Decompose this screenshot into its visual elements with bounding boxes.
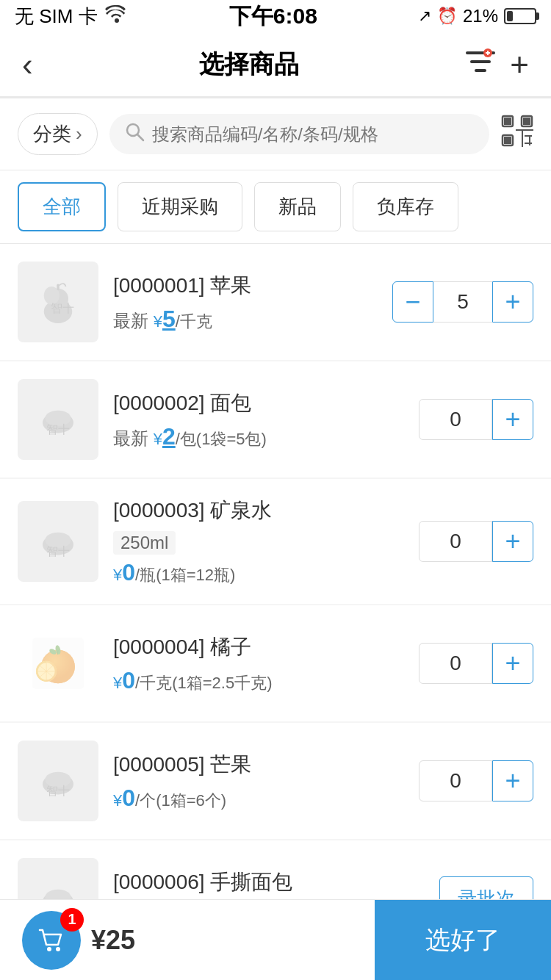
scan-icon[interactable] bbox=[501, 115, 533, 154]
cart-badge: 1 bbox=[60, 908, 84, 932]
filter-row: 分类 › bbox=[0, 98, 551, 170]
add-button[interactable]: + bbox=[510, 46, 529, 83]
tab-all-label: 全部 bbox=[43, 195, 81, 217]
status-bar: 无 SIM 卡 下午6:08 ↗ ⏰ 21% bbox=[0, 0, 551, 32]
quantity-control: − + bbox=[392, 281, 533, 323]
product-info: [0000004] 橘子 ¥0/千克(1箱=2.5千克) bbox=[113, 633, 404, 694]
quantity-control: + bbox=[419, 643, 533, 684]
nav-left: ‹ bbox=[22, 46, 33, 83]
product-thumbnail: 智十 bbox=[18, 262, 98, 342]
quantity-increase-button[interactable]: + bbox=[492, 521, 533, 562]
list-item: 智十 [0000003] 矿泉水 250ml ¥0/瓶(1箱=12瓶) + bbox=[0, 479, 551, 604]
svg-text:智十: 智十 bbox=[46, 545, 70, 558]
svg-rect-18 bbox=[525, 143, 532, 144]
status-left: 无 SIM 卡 bbox=[15, 4, 129, 29]
location-icon: ↗ bbox=[418, 7, 431, 26]
quantity-increase-button[interactable]: + bbox=[492, 399, 533, 440]
svg-rect-9 bbox=[504, 118, 511, 125]
cart-button[interactable]: 1 bbox=[22, 911, 81, 970]
svg-text:智十: 智十 bbox=[46, 785, 70, 797]
product-thumbnail: 智十 bbox=[18, 379, 98, 460]
svg-point-54 bbox=[56, 947, 60, 951]
quantity-input[interactable] bbox=[419, 521, 492, 562]
product-name: [0000006] 手撕面包 bbox=[113, 868, 425, 896]
list-item: 智十 [0000005] 芒果 ¥0/个(1箱=6个) + bbox=[0, 723, 551, 839]
quantity-control: + bbox=[419, 760, 533, 801]
filter-icon[interactable] bbox=[466, 48, 495, 81]
search-input[interactable] bbox=[152, 124, 475, 145]
svg-rect-1 bbox=[470, 60, 491, 63]
wifi-icon bbox=[105, 5, 129, 28]
tabs-row: 全部 近期采购 新品 负库存 bbox=[0, 170, 551, 244]
product-name: [0000004] 橘子 bbox=[113, 633, 404, 661]
svg-text:智十: 智十 bbox=[51, 302, 74, 314]
product-thumbnail: 智十 bbox=[18, 501, 98, 582]
confirm-button[interactable]: 选好了 bbox=[375, 900, 551, 981]
tab-negative-label: 负库存 bbox=[377, 195, 434, 217]
list-item: 智十 [0000002] 面包 最新 ¥2/包(1袋=5包) + bbox=[0, 361, 551, 478]
svg-rect-15 bbox=[516, 129, 533, 131]
product-price: 最新 ¥2/包(1袋=5包) bbox=[113, 423, 404, 450]
tab-all[interactable]: 全部 bbox=[18, 182, 106, 231]
category-button[interactable]: 分类 › bbox=[18, 113, 98, 155]
product-thumbnail: 智十 bbox=[18, 741, 98, 821]
svg-line-34 bbox=[57, 650, 58, 655]
search-box bbox=[109, 114, 489, 154]
list-item: 智十 [0000001] 苹果 最新 ¥5/千克 − + bbox=[0, 244, 551, 360]
status-right: ↗ ⏰ 21% bbox=[418, 6, 536, 26]
quantity-increase-button[interactable]: + bbox=[492, 643, 533, 684]
product-list: 智十 [0000001] 苹果 最新 ¥5/千克 − + 智十 bbox=[0, 244, 551, 980]
product-price: ¥0/千克(1箱=2.5千克) bbox=[113, 667, 404, 694]
product-thumbnail bbox=[18, 623, 98, 704]
nav-bar: ‹ 选择商品 + bbox=[0, 32, 551, 97]
svg-rect-2 bbox=[475, 69, 486, 72]
alarm-icon: ⏰ bbox=[437, 7, 457, 26]
quantity-increase-button[interactable]: + bbox=[492, 281, 533, 323]
product-name: [0000002] 面包 bbox=[113, 389, 404, 417]
back-button[interactable]: ‹ bbox=[22, 46, 33, 83]
product-info: [0000003] 矿泉水 250ml ¥0/瓶(1箱=12瓶) bbox=[113, 497, 404, 586]
quantity-control: + bbox=[419, 399, 533, 440]
tab-new-label: 新品 bbox=[278, 195, 317, 217]
svg-rect-13 bbox=[504, 137, 511, 144]
product-spec: 250ml bbox=[113, 531, 176, 555]
status-time: 下午6:08 bbox=[229, 1, 317, 32]
svg-point-53 bbox=[47, 947, 51, 951]
quantity-input[interactable] bbox=[419, 643, 492, 684]
quantity-decrease-button[interactable]: − bbox=[392, 281, 433, 323]
product-name: [0000005] 芒果 bbox=[113, 751, 404, 779]
svg-rect-22 bbox=[57, 284, 60, 291]
battery-icon bbox=[504, 8, 536, 24]
tab-recent[interactable]: 近期采购 bbox=[118, 182, 242, 231]
product-price: 最新 ¥5/千克 bbox=[113, 306, 378, 333]
svg-text:智十: 智十 bbox=[46, 423, 70, 436]
cart-area: 1 ¥25 bbox=[0, 911, 375, 970]
nav-right: + bbox=[466, 46, 529, 83]
quantity-increase-button[interactable]: + bbox=[492, 760, 533, 801]
product-price: ¥0/瓶(1箱=12瓶) bbox=[113, 559, 404, 586]
svg-rect-16 bbox=[525, 135, 532, 137]
chevron-right-icon: › bbox=[76, 123, 82, 145]
list-item: [0000004] 橘子 ¥0/千克(1箱=2.5千克) + bbox=[0, 605, 551, 721]
tab-new[interactable]: 新品 bbox=[254, 182, 341, 231]
svg-rect-14 bbox=[522, 129, 523, 147]
product-info: [0000005] 芒果 ¥0/个(1箱=6个) bbox=[113, 751, 404, 812]
product-info: [0000001] 苹果 最新 ¥5/千克 bbox=[113, 272, 378, 333]
product-info: [0000002] 面包 最新 ¥2/包(1袋=5包) bbox=[113, 389, 404, 450]
svg-line-7 bbox=[137, 134, 143, 140]
tab-negative[interactable]: 负库存 bbox=[353, 182, 458, 231]
quantity-input[interactable] bbox=[419, 760, 492, 801]
cart-total: ¥25 bbox=[91, 925, 135, 956]
quantity-control: + bbox=[419, 521, 533, 562]
search-icon bbox=[124, 121, 145, 147]
page-title: 选择商品 bbox=[199, 48, 299, 82]
carrier-label: 无 SIM 卡 bbox=[15, 4, 98, 29]
tab-recent-label: 近期采购 bbox=[142, 195, 218, 217]
product-price: ¥0/个(1箱=6个) bbox=[113, 785, 404, 812]
bottom-bar: 1 ¥25 选好了 bbox=[0, 899, 551, 980]
svg-rect-11 bbox=[523, 118, 530, 125]
quantity-input[interactable] bbox=[433, 281, 492, 323]
category-label: 分类 bbox=[33, 121, 71, 147]
product-name: [0000003] 矿泉水 bbox=[113, 497, 404, 525]
quantity-input[interactable] bbox=[419, 399, 492, 440]
